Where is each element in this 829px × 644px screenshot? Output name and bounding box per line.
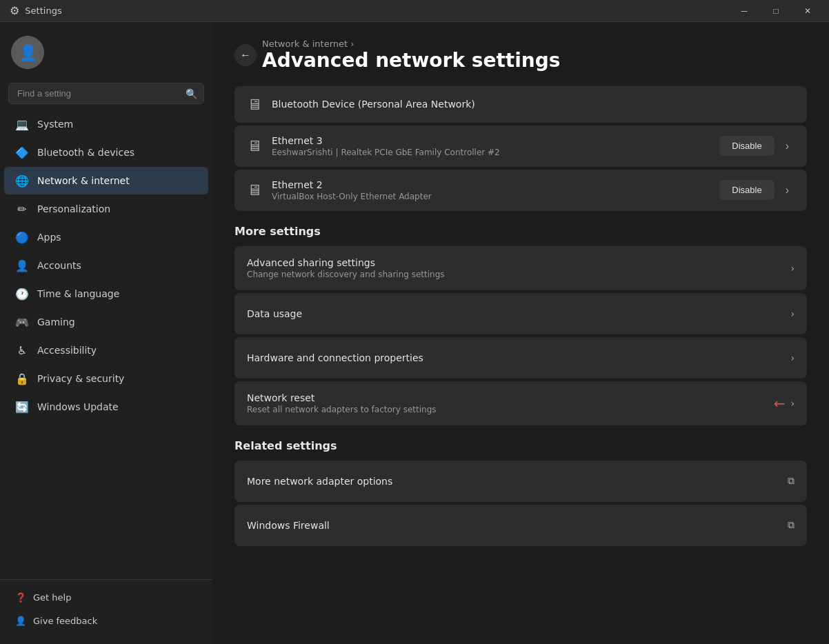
device-icon-1: 🖥: [247, 137, 262, 154]
nav-icon-personalization: ✏️: [15, 202, 29, 216]
nav-icon-apps: 🔵: [15, 230, 29, 244]
main-content: ← Network & internet › Advanced network …: [212, 22, 829, 644]
titlebar-left: ⚙ Settings: [10, 4, 62, 17]
nav-icon-windows-update: 🔄: [15, 400, 29, 414]
sidebar-bottom: ❓ Get help 👤 Give feedback: [0, 579, 212, 638]
nav-label-network: Network & internet: [37, 175, 130, 186]
bottom-label-give-feedback: Give feedback: [33, 616, 97, 626]
nav-label-time: Time & language: [37, 288, 119, 299]
disable-button-2[interactable]: Disable: [719, 180, 774, 200]
sidebar-item-accessibility[interactable]: ♿ Accessibility: [4, 336, 208, 364]
device-list: 🖥 Bluetooth Device (Personal Area Networ…: [234, 86, 807, 211]
sidebar-item-windows-update[interactable]: 🔄 Windows Update: [4, 393, 208, 421]
more-settings-row-3[interactable]: Network reset Reset all network adapters…: [234, 381, 807, 425]
bottom-icon-give-feedback: 👤: [15, 616, 26, 626]
sidebar-item-gaming[interactable]: 🎮 Gaming: [4, 308, 208, 336]
related-row-label-0: More network adapter options: [247, 476, 392, 487]
nav-label-bluetooth: Bluetooth & devices: [37, 147, 134, 158]
expand-button-2[interactable]: ›: [780, 181, 795, 199]
device-item-0: 🖥 Bluetooth Device (Personal Area Networ…: [234, 86, 807, 123]
row-label-3: Network reset: [247, 392, 437, 403]
nav-icon-gaming: 🎮: [15, 315, 29, 329]
sidebar-item-time[interactable]: 🕐 Time & language: [4, 280, 208, 308]
minimize-button[interactable]: ─: [728, 0, 760, 22]
chevron-right-icon-1: ›: [790, 308, 795, 319]
titlebar-controls: ─ □ ✕: [728, 0, 823, 22]
row-text-0: Advanced sharing settings Change network…: [247, 257, 445, 279]
header-text: Network & internet › Advanced network se…: [262, 39, 560, 72]
page-title: Advanced network settings: [262, 49, 560, 72]
page-header: ← Network & internet › Advanced network …: [234, 39, 807, 72]
sidebar-item-accounts[interactable]: 👤 Accounts: [4, 252, 208, 279]
more-settings-heading: More settings: [234, 225, 807, 238]
external-link-icon-0: ⧉: [788, 475, 795, 487]
more-settings-list: Advanced sharing settings Change network…: [234, 246, 807, 425]
row-text-3: Network reset Reset all network adapters…: [247, 392, 437, 414]
chevron-right-icon-0: ›: [790, 263, 795, 274]
search-input[interactable]: [8, 83, 204, 104]
avatar: 👤: [11, 36, 44, 69]
nav-label-accessibility: Accessibility: [37, 345, 97, 356]
titlebar: ⚙ Settings ─ □ ✕: [0, 0, 829, 22]
row-sub-3: Reset all network adapters to factory se…: [247, 405, 437, 414]
nav-icon-network: 🌐: [15, 174, 29, 188]
device-actions-1: Disable ›: [719, 136, 795, 156]
device-info-1: Ethernet 3 EeshwarSrishti | Realtek PCIe…: [272, 135, 710, 157]
related-settings-row-0[interactable]: More network adapter options ⧉: [234, 461, 807, 502]
device-name-0: Bluetooth Device (Personal Area Network): [272, 99, 795, 110]
nav-label-privacy: Privacy & security: [37, 373, 124, 384]
close-button[interactable]: ✕: [792, 0, 823, 22]
sidebar-item-bluetooth[interactable]: 🔷 Bluetooth & devices: [4, 139, 208, 166]
related-row-right-1: ⧉: [788, 519, 795, 531]
sidebar-item-apps[interactable]: 🔵 Apps: [4, 223, 208, 251]
device-actions-2: Disable ›: [719, 180, 795, 200]
device-item-1: 🖥 Ethernet 3 EeshwarSrishti | Realtek PC…: [234, 125, 807, 167]
row-right-3: ← ›: [768, 395, 795, 412]
related-settings-heading: Related settings: [234, 439, 807, 452]
row-right-1: ›: [790, 308, 795, 319]
row-sub-0: Change network discovery and sharing set…: [247, 270, 445, 279]
bottom-icon-get-help: ❓: [15, 592, 26, 603]
maximize-button[interactable]: □: [760, 0, 792, 22]
related-row-text-1: Windows Firewall: [247, 520, 330, 531]
device-icon-0: 🖥: [247, 96, 262, 113]
nav-label-gaming: Gaming: [37, 316, 75, 328]
device-icon-2: 🖥: [247, 181, 262, 199]
related-row-label-1: Windows Firewall: [247, 520, 330, 531]
back-button[interactable]: ←: [234, 44, 257, 66]
nav-icon-accounts: 👤: [15, 259, 29, 272]
device-name-1: Ethernet 3: [272, 135, 710, 146]
row-text-1: Data usage: [247, 308, 302, 319]
profile-section: 👤: [0, 28, 212, 77]
row-label-2: Hardware and connection properties: [247, 352, 423, 363]
search-icon: 🔍: [186, 88, 197, 99]
titlebar-title: Settings: [25, 6, 61, 16]
sidebar-item-privacy[interactable]: 🔒 Privacy & security: [4, 365, 208, 392]
sidebar-item-system[interactable]: 💻 System: [4, 110, 208, 138]
bottom-link-give-feedback[interactable]: 👤 Give feedback: [4, 610, 208, 632]
row-right-2: ›: [790, 352, 795, 363]
settings-icon: ⚙: [10, 4, 19, 17]
search-section: 🔍: [8, 83, 204, 104]
more-settings-row-1[interactable]: Data usage ›: [234, 293, 807, 334]
disable-button-1[interactable]: Disable: [719, 136, 774, 156]
red-arrow-indicator: ←: [774, 395, 786, 412]
nav-label-windows-update: Windows Update: [37, 401, 119, 412]
device-sub-1: EeshwarSrishti | Realtek PCIe GbE Family…: [272, 148, 710, 157]
nav-label-apps: Apps: [37, 232, 61, 243]
bottom-label-get-help: Get help: [33, 592, 71, 603]
device-item-2: 🖥 Ethernet 2 VirtualBox Host-Only Ethern…: [234, 170, 807, 211]
sidebar-item-network[interactable]: 🌐 Network & internet: [4, 167, 208, 194]
nav-label-accounts: Accounts: [37, 260, 81, 271]
bottom-link-get-help[interactable]: ❓ Get help: [4, 586, 208, 609]
more-settings-row-2[interactable]: Hardware and connection properties ›: [234, 337, 807, 379]
nav-icon-bluetooth: 🔷: [15, 145, 29, 159]
expand-button-1[interactable]: ›: [780, 137, 795, 155]
related-settings-row-1[interactable]: Windows Firewall ⧉: [234, 505, 807, 546]
breadcrumb: Network & internet ›: [262, 39, 560, 49]
more-settings-row-0[interactable]: Advanced sharing settings Change network…: [234, 246, 807, 290]
sidebar-item-personalization[interactable]: ✏️ Personalization: [4, 195, 208, 223]
nav-label-personalization: Personalization: [37, 203, 110, 214]
sidebar-nav: 💻 System 🔷 Bluetooth & devices 🌐 Network…: [0, 110, 212, 579]
related-settings-list: More network adapter options ⧉ Windows F…: [234, 461, 807, 546]
